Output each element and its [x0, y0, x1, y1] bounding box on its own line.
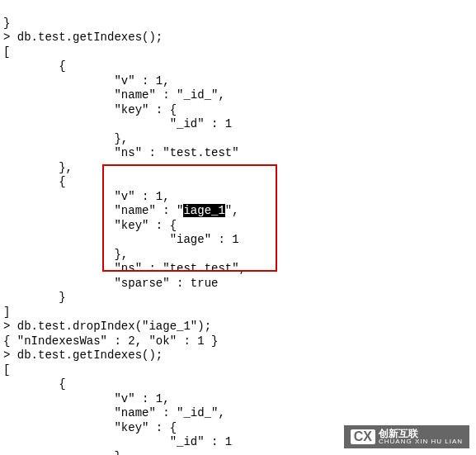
output-line: "name" : "_id_",	[3, 406, 225, 419]
output-line: "sparse" : true	[3, 277, 218, 290]
command-line: > db.test.getIndexes();	[3, 348, 163, 362]
command-line: > db.test.getIndexes();	[3, 31, 163, 44]
output-line: "key" : {	[3, 219, 177, 232]
output-line: [	[3, 45, 10, 59]
output-line: "ns" : "test.test",	[3, 262, 246, 275]
output-line: {	[3, 377, 66, 391]
output-line: "v" : 1,	[3, 190, 170, 203]
terminal-output[interactable]: } > db.test.getIndexes(); [ { "v" : 1, "…	[0, 0, 476, 455]
output-line: }	[3, 17, 10, 30]
output-line: },	[3, 450, 128, 456]
output-line: "key" : {	[3, 421, 177, 434]
command-line: > db.test.dropIndex("iage_1");	[3, 320, 211, 333]
output-line: }	[3, 291, 66, 304]
output-line: },	[3, 161, 73, 174]
output-line: {	[3, 175, 66, 188]
output-line: [	[3, 363, 10, 377]
output-line: "name" : "iage_1",	[3, 204, 239, 217]
output-line: "_id" : 1	[3, 435, 232, 448]
output-line: ]	[3, 306, 10, 319]
output-line: "key" : {	[3, 103, 177, 116]
watermark: CX 创新互联 CHUANG XIN HU LIAN	[344, 425, 469, 448]
watermark-logo-icon: CX	[351, 429, 375, 444]
output-line: "_id" : 1	[3, 117, 232, 130]
output-line: },	[3, 132, 128, 145]
highlighted-text: iage_1	[183, 204, 224, 217]
output-line: "v" : 1,	[3, 392, 170, 405]
watermark-sub-text: CHUANG XIN HU LIAN	[379, 438, 463, 445]
output-line: "v" : 1,	[3, 74, 170, 88]
output-line: { "nIndexesWas" : 2, "ok" : 1 }	[3, 334, 218, 348]
output-line: {	[3, 59, 66, 73]
output-line: "iage" : 1	[3, 233, 239, 246]
output-line: },	[3, 248, 128, 261]
output-line: "ns" : "test.test"	[3, 146, 239, 159]
output-line: "name" : "_id_",	[3, 88, 225, 102]
